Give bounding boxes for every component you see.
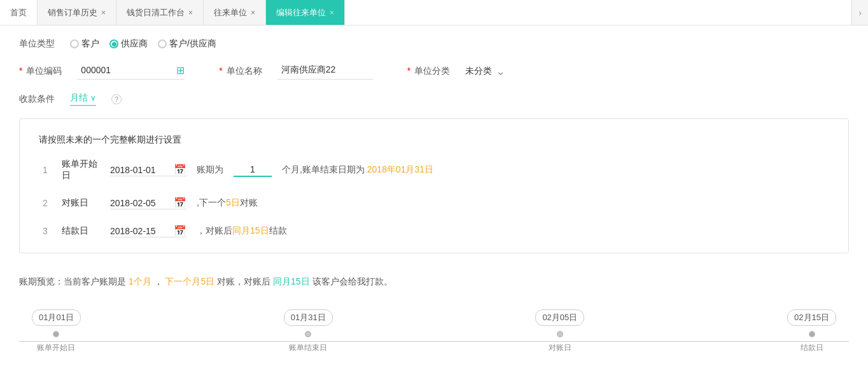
period-date-input-3: 📅	[110, 225, 186, 237]
timeline-point-3: 02月15日 结款日	[787, 309, 836, 353]
unit-type-radio-group: 客户 供应商 客户/供应商	[70, 38, 216, 50]
timeline-badge-0: 01月01日	[32, 309, 81, 326]
chevron-down-icon: ⌄	[496, 64, 505, 78]
unit-type-row: 单位类型 客户 供应商 客户/供应商	[19, 38, 849, 50]
timeline-dot-1	[305, 331, 311, 337]
preview-highlight-3: 同月15日	[273, 276, 310, 286]
payment-condition-label: 收款条件	[19, 94, 55, 105]
preview-section: 账期预览：当前客户账期是 1个月 ， 下一个月5日 对账，对账后 同月15日 该…	[19, 266, 849, 379]
timeline-point-0: 01月01日 账单开始日	[32, 309, 81, 353]
period-date-value-1[interactable]	[110, 165, 167, 175]
main-content: 单位类型 客户 供应商 客户/供应商 * 单位编码 ⊞ *	[0, 25, 868, 387]
unit-code-input-wrapper: ⊞	[77, 62, 185, 80]
tab-partner[interactable]: 往来单位 ×	[204, 0, 266, 25]
payment-condition-value: 月结	[70, 92, 88, 104]
radio-circle-both	[158, 39, 167, 48]
timeline-container: 01月01日 账单开始日 01月31日 账单结束日 02月05日 对账日 02月…	[19, 303, 849, 379]
period-row-1: 1 账单开始日 📅 账期为 个月,账单结束日期为 2018年01月31日	[39, 158, 829, 181]
tab-close-partner[interactable]: ×	[251, 8, 255, 17]
period-row-3: 3 结款日 📅 ，对账后同月15日结款	[39, 225, 829, 237]
unit-category-value: 未分类	[465, 66, 492, 77]
calendar-icon-1[interactable]: 📅	[174, 164, 186, 176]
tab-close-cash-work[interactable]: ×	[188, 8, 193, 17]
tab-cash-work[interactable]: 钱货日清工作台 ×	[116, 0, 204, 25]
period-field-label-1: 账单开始日	[62, 158, 100, 181]
copy-icon[interactable]: ⊞	[176, 64, 185, 76]
timeline-badge-1: 01月31日	[284, 309, 333, 326]
period-num-2: 2	[39, 198, 52, 208]
preview-highlight-1: 1个月	[129, 276, 151, 286]
tab-sales-history[interactable]: 销售订单历史 ×	[38, 0, 116, 25]
period-unit-1: 个月,账单结束日期为 2018年01月31日	[282, 164, 433, 176]
tab-close-edit-partner[interactable]: ×	[330, 8, 334, 17]
timeline-point-2: 02月05日 对账日	[535, 309, 584, 353]
period-num-1: 1	[39, 165, 52, 175]
period-field-label-2: 对账日	[62, 197, 100, 209]
radio-circle-supplier	[109, 39, 118, 48]
radio-customer[interactable]: 客户	[70, 38, 99, 50]
timeline-badge-2: 02月05日	[535, 309, 584, 326]
timeline-points: 01月01日 账单开始日 01月31日 账单结束日 02月05日 对账日 02月…	[32, 309, 836, 353]
timeline-label-0: 账单开始日	[37, 342, 75, 353]
unit-category-select[interactable]: 未分类 ⌄	[465, 64, 505, 78]
payment-condition-row: 收款条件 月结 ∨ ?	[19, 92, 849, 106]
period-date-input-1: 📅	[110, 164, 186, 176]
unit-info-row: * 单位编码 ⊞ * 单位名称 * 单位分类 未分类 ⌄	[19, 62, 849, 80]
period-title: 请按照未来的一个完整帐期进行设置	[39, 134, 829, 146]
period-label-1: 账期为	[197, 164, 223, 176]
timeline-label-3: 结款日	[801, 342, 823, 353]
period-desc-2: ,下一个5日对账	[197, 197, 258, 209]
timeline-dot-2	[557, 331, 563, 337]
unit-code-label: * 单位编码	[19, 66, 62, 77]
period-row-2: 2 对账日 📅 ,下一个5日对账	[39, 197, 829, 209]
period-date-value-3[interactable]	[110, 226, 167, 236]
tab-more-arrow[interactable]: ›	[851, 0, 868, 25]
timeline-dot-3	[809, 331, 815, 337]
radio-both[interactable]: 客户/供应商	[158, 38, 216, 50]
period-field-label-3: 结款日	[62, 225, 100, 237]
unit-name-label: * 单位名称	[219, 66, 262, 77]
tab-bar: 首页 销售订单历史 × 钱货日清工作台 × 往来单位 × 编辑往来单位 × ›	[0, 0, 868, 25]
radio-circle-customer	[70, 39, 79, 48]
unit-name-input[interactable]	[277, 62, 373, 78]
chevron-down-icon-payment: ∨	[90, 94, 96, 102]
unit-name-input-wrapper	[277, 62, 373, 80]
timeline-label-1: 账单结束日	[289, 342, 327, 353]
unit-type-label: 单位类型	[19, 38, 55, 50]
period-desc-3: ，对账后同月15日结款	[197, 225, 287, 237]
timeline-label-2: 对账日	[549, 342, 571, 353]
payment-condition-select[interactable]: 月结 ∨	[70, 92, 96, 106]
timeline-point-1: 01月31日 账单结束日	[284, 309, 333, 353]
period-num-3: 3	[39, 226, 52, 236]
preview-text: 账期预览：当前客户账期是 1个月 ， 下一个月5日 对账，对账后 同月15日 该…	[19, 276, 849, 288]
tab-home[interactable]: 首页	[0, 0, 38, 25]
unit-code-input[interactable]	[77, 62, 172, 78]
period-date-value-2[interactable]	[110, 198, 167, 208]
tab-edit-partner[interactable]: 编辑往来单位 ×	[266, 0, 345, 25]
period-date-input-2: 📅	[110, 197, 186, 209]
timeline-badge-3: 02月15日	[787, 309, 836, 326]
unit-category-label: * 单位分类	[407, 66, 450, 77]
period-box: 请按照未来的一个完整帐期进行设置 1 账单开始日 📅 账期为 个月,账单结束日期…	[19, 118, 849, 253]
timeline-dot-0	[53, 331, 59, 337]
help-icon[interactable]: ?	[111, 94, 122, 104]
calendar-icon-2[interactable]: 📅	[174, 197, 186, 209]
radio-supplier[interactable]: 供应商	[109, 38, 148, 50]
chevron-right-icon: ›	[858, 8, 862, 18]
tab-close-sales-history[interactable]: ×	[101, 8, 106, 17]
period-months-input[interactable]	[234, 163, 272, 177]
preview-highlight-2: 下一个月5日	[165, 276, 214, 286]
calendar-icon-3[interactable]: 📅	[174, 225, 186, 237]
period-end-date: 2018年01月31日	[367, 164, 433, 174]
